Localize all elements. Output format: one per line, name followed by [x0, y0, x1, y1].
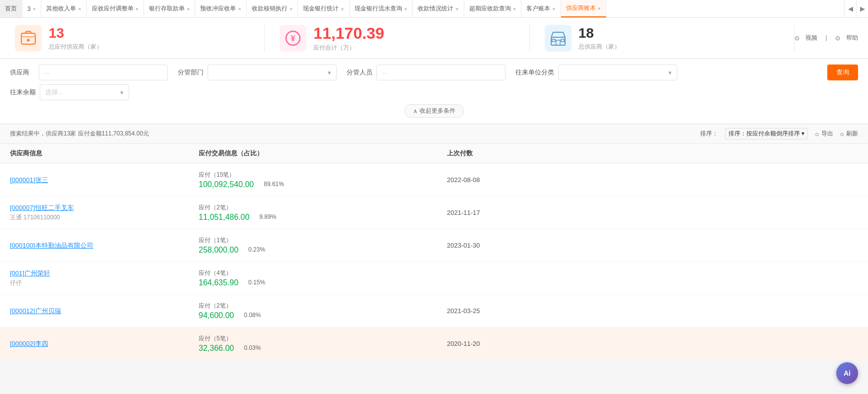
- supplier-link-4[interactable]: [001]广州荣轩: [10, 269, 50, 277]
- video-icon: ⊙: [795, 35, 799, 42]
- stat-payable-total: ¥ 11,170.39 应付合计（万）: [265, 24, 529, 52]
- collapse-button[interactable]: ∧ 收起更多条件: [405, 104, 464, 118]
- refresh-button[interactable]: ○ 刷新: [840, 130, 858, 138]
- svg-rect-8: [561, 39, 564, 42]
- transaction-info-3: 应付（1笔） 258,000.00 0.23%: [199, 236, 447, 255]
- close-icon[interactable]: ×: [33, 6, 36, 12]
- video-link[interactable]: 视频: [805, 34, 817, 42]
- close-icon[interactable]: ×: [341, 6, 344, 12]
- help-icon: ⊙: [835, 35, 840, 42]
- trans-label-6: 应付（5笔）: [199, 334, 447, 343]
- nav-tab-home[interactable]: 首页: [0, 0, 22, 17]
- nav-tab-supplier-ledger[interactable]: 供应商账本 ×: [561, 0, 606, 17]
- nav-tab-collection-exec-label: 收款核销执行: [252, 4, 288, 13]
- category-filter-label: 往来单位分类: [515, 68, 554, 77]
- stat-suppliers-text: 18 总供应商（家）: [579, 25, 620, 51]
- nav-tab-collection-exec[interactable]: 收款核销执行 ×: [247, 0, 298, 17]
- supplier-link-3[interactable]: [000100]本特勤油品有限公司: [10, 242, 93, 249]
- divider: ｜: [823, 34, 829, 42]
- close-icon[interactable]: ×: [455, 6, 458, 12]
- close-icon[interactable]: ×: [513, 6, 516, 12]
- supplier-filter-label: 供应商: [10, 68, 35, 77]
- supplier-sub-2: 王通 17106110000: [10, 213, 199, 222]
- close-icon[interactable]: ×: [552, 6, 555, 12]
- trans-row-5: 94,600.00 0.08%: [199, 310, 447, 320]
- nav-tab-collection-stats[interactable]: 收款情况统计 ×: [413, 0, 464, 17]
- svg-rect-7: [552, 39, 555, 42]
- close-icon[interactable]: ×: [404, 6, 407, 12]
- result-right-actions: 排序： 排序：按应付余额倒序排序 ▾ ○ 导出 ○ 刷新: [700, 128, 858, 139]
- stat-payable-text: 13 总应付供应商（家）: [49, 25, 102, 51]
- table-row[interactable]: [000001]张三 应付（15笔） 100,092,540.00 89.61%…: [0, 164, 868, 197]
- balance-select[interactable]: 选择... ▾: [40, 84, 129, 100]
- supplier-input[interactable]: ···: [39, 65, 168, 80]
- last-payment-2: 2021-11-17: [447, 209, 858, 216]
- trans-amount-3: 258,000.00: [199, 246, 238, 255]
- nav-tab-other-income[interactable]: 其他收入单 ×: [41, 0, 86, 17]
- trans-row-1: 100,092,540.00 89.61%: [199, 179, 447, 189]
- result-bar: 搜索结果中，供应商13家 应付金额111,703,854.00元 排序： 排序：…: [0, 124, 868, 144]
- result-summary: 搜索结果中，供应商13家 应付金额111,703,854.00元: [10, 130, 149, 138]
- nav-tab-cash-bank-stats[interactable]: 现金银行统计 ×: [298, 0, 349, 17]
- query-button[interactable]: 查询: [827, 65, 858, 80]
- close-icon[interactable]: ×: [238, 6, 241, 12]
- supplier-link-1[interactable]: [000001]张三: [10, 176, 48, 184]
- export-icon: ○: [815, 130, 819, 138]
- export-button[interactable]: ○ 导出: [815, 130, 833, 138]
- table-row[interactable]: [000002]李四 应付（5笔） 32,366.00 0.03% 2020-1…: [0, 328, 868, 360]
- supplier-sub-4: 仔仔: [10, 279, 199, 287]
- last-payment-5: 2021-03-25: [447, 307, 858, 315]
- stats-bar: 13 总应付供应商（家） ¥ 11,170.39 应付合计（万） 1: [0, 18, 868, 59]
- supplier-link-2[interactable]: [000007]恒旺二手叉车: [10, 204, 74, 211]
- category-select[interactable]: ▾: [558, 65, 677, 80]
- trans-amount-4: 164,635.90: [199, 278, 238, 287]
- filter-balance: 往来余额 选择... ▾: [10, 84, 129, 100]
- transaction-info-4: 应付（4笔） 164,635.90 0.15%: [199, 269, 447, 287]
- table-row[interactable]: [000012]广州贝瑞 应付（2笔） 94,600.00 0.08% 2021…: [0, 295, 868, 328]
- dept-select[interactable]: ▾: [208, 65, 337, 80]
- supplier-link-6[interactable]: [000002]李四: [10, 340, 48, 347]
- collapse-icon: ∧: [413, 108, 418, 115]
- stat-total-text: 11,170.39 应付合计（万）: [313, 24, 384, 52]
- nav-left-arrow[interactable]: ◀: [844, 0, 856, 18]
- trans-percent-4: 0.15%: [248, 279, 265, 286]
- balance-filter-label: 往来余额: [10, 88, 36, 97]
- help-link[interactable]: 帮助: [846, 34, 858, 42]
- nav-tab-3-label: 3: [27, 5, 31, 12]
- nav-tab-prepay-offset[interactable]: 预收冲应收单 ×: [195, 0, 246, 17]
- nav-tab-cash-bank-flow[interactable]: 现金银行流水查询 ×: [350, 0, 413, 17]
- close-icon[interactable]: ×: [187, 6, 190, 12]
- nav-arrows: ◀ ▶: [844, 0, 868, 18]
- trans-row-4: 164,635.90 0.15%: [199, 277, 447, 287]
- supplier-link-5[interactable]: [000012]广州贝瑞: [10, 307, 61, 315]
- nav-tab-cash-bank-stats-label: 现金银行统计: [303, 4, 339, 13]
- nav-tab-customer-ledger[interactable]: 客户账本 ×: [521, 0, 561, 17]
- chevron-down-icon: ▾: [668, 69, 672, 76]
- nav-tab-3[interactable]: 3 ×: [22, 0, 41, 17]
- person-input[interactable]: ···: [376, 65, 506, 80]
- nav-tab-bank-deposit[interactable]: 银行存取款单 ×: [144, 0, 195, 17]
- table-row[interactable]: [000100]本特勤油品有限公司 应付（1笔） 258,000.00 0.23…: [0, 229, 868, 262]
- stat-suppliers-number: 18: [579, 25, 620, 42]
- table-row[interactable]: [001]广州荣轩 仔仔 应付（4笔） 164,635.90 0.15%: [0, 262, 868, 295]
- transaction-info-5: 应付（2笔） 94,600.00 0.08%: [199, 302, 447, 320]
- close-icon[interactable]: ×: [598, 5, 601, 11]
- filter-row-2: 往来余额 选择... ▾: [10, 84, 858, 100]
- sort-select[interactable]: 排序：按应付余额倒序排序 ▾: [725, 128, 808, 139]
- supplier-info-6: [000002]李四: [10, 339, 199, 348]
- sort-text: 排序：按应付余额倒序排序: [728, 130, 800, 137]
- nav-tab-bank-deposit-label: 银行存取款单: [149, 4, 185, 13]
- nav-tab-customer-ledger-label: 客户账本: [526, 4, 550, 13]
- close-icon[interactable]: ×: [289, 6, 292, 12]
- close-icon[interactable]: ×: [78, 6, 81, 12]
- chevron-down-icon: ▾: [120, 89, 124, 96]
- nav-tab-home-label: 首页: [5, 4, 17, 13]
- supplier-info-2: [000007]恒旺二手叉车 王通 17106110000: [10, 203, 199, 222]
- nav-tab-overdue-ar[interactable]: 超期应收款查询 ×: [464, 0, 521, 17]
- trans-percent-3: 0.23%: [248, 246, 265, 253]
- close-icon[interactable]: ×: [136, 6, 139, 12]
- nav-tab-ar-adjustment[interactable]: 应收应付调整单 ×: [87, 0, 144, 17]
- top-navigation: 首页 3 × 其他收入单 × 应收应付调整单 × 银行存取款单 × 预收冲应收单…: [0, 0, 868, 18]
- table-row[interactable]: [000007]恒旺二手叉车 王通 17106110000 应付（2笔） 11,…: [0, 197, 868, 229]
- nav-right-arrow[interactable]: ▶: [856, 0, 868, 18]
